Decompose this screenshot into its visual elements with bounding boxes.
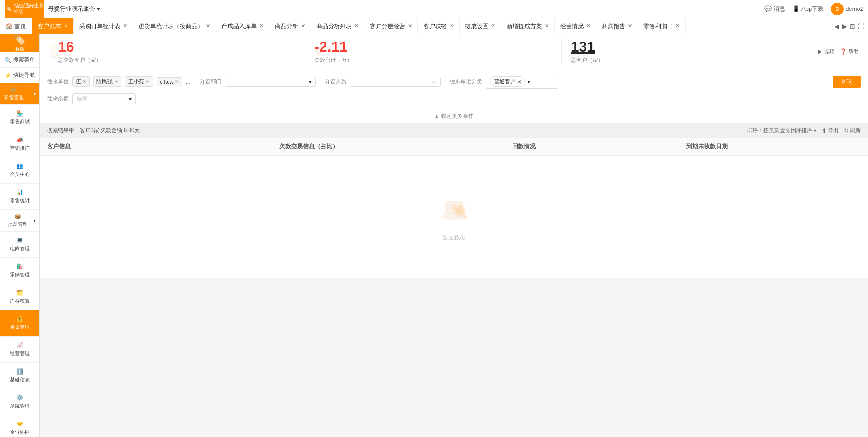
- more-options-icon[interactable]: ···: [432, 79, 436, 85]
- category-tag-normal[interactable]: 普通客户 ✕: [490, 76, 526, 87]
- table-header: 客户信息 欠款交易信息（占比） 回款情况 到期未收款日期: [40, 138, 868, 156]
- result-bar: 搜索结果中，客户0家 欠款金额 0.00元 排序：按欠款金额倒序排序 ▾ ⬆ 导…: [40, 123, 868, 138]
- svg-point-5: [452, 207, 454, 209]
- basic-info-icon: ℹ️: [16, 368, 23, 375]
- tab-commission-settings[interactable]: 提成设置 ✕: [460, 18, 501, 34]
- export-btn[interactable]: ⬆ 导出: [822, 127, 839, 134]
- message-icon: 💬: [764, 5, 772, 12]
- result-actions: 排序：按欠款金额倒序排序 ▾ ⬆ 导出 ↻ 刷新: [747, 127, 861, 134]
- sidebar-item-marketing[interactable]: 📣 营销推广: [0, 131, 39, 157]
- collapse-filter-btn[interactable]: ▲ 收起更多条件: [47, 109, 861, 123]
- sort-label: 排序：按欠款金额倒序排序 ▾: [747, 127, 816, 134]
- tab-home[interactable]: 🏠 首页: [0, 18, 32, 34]
- app-download-btn[interactable]: 📱 App下载: [792, 5, 824, 13]
- tab-customer-ledger[interactable]: 客户账本 ✕: [32, 18, 74, 34]
- col-customer-info: 客户信息: [47, 142, 279, 151]
- sidebar-item-member[interactable]: 👥 会员中心: [0, 157, 39, 184]
- sidebar-item-batch-mgmt[interactable]: 📦 批发管理 ▾: [0, 210, 39, 232]
- sidebar-item-retail-mall[interactable]: 🏪 零售商城: [0, 105, 39, 131]
- chevron-down-icon: ▾: [528, 79, 530, 85]
- store-selector[interactable]: 母婴行业演示账套 ▾: [48, 5, 100, 13]
- close-icon[interactable]: ✕: [676, 23, 680, 29]
- next-tab-btn[interactable]: ▶: [842, 23, 847, 30]
- quick-nav-btn[interactable]: ⚡ 快捷导航: [0, 68, 39, 83]
- query-button[interactable]: 查询: [833, 76, 861, 88]
- close-icon[interactable]: ✕: [206, 23, 210, 29]
- sidebar-item-sys-mgmt[interactable]: ⚙️ 系统管理: [0, 389, 39, 415]
- sidebar-item-retail-stats[interactable]: 📊 零售统计: [0, 184, 39, 210]
- close-icon[interactable]: ✕: [545, 23, 549, 29]
- remove-tag-wang[interactable]: ✕: [146, 79, 150, 85]
- main-layout: 🏷️ 标版 🔍 搜索菜单 ⚡ 快捷导航 🛒 零售管理 ▾ 🏪 零售商城 📣 营销…: [0, 34, 868, 437]
- tab-customer-layer[interactable]: 客户分层经营 ✕: [364, 18, 418, 34]
- sidebar-item-ecommerce[interactable]: 💻 电商管理: [0, 232, 39, 258]
- close-icon[interactable]: ✕: [491, 23, 495, 29]
- prev-tab-btn[interactable]: ◀: [834, 23, 839, 30]
- tab-retail-profit[interactable]: 零售利润（ ✕: [638, 18, 686, 34]
- balance-select[interactable]: 选择... ▾: [72, 93, 136, 104]
- close-icon[interactable]: ✕: [408, 23, 412, 29]
- empty-state: 暂无数据: [40, 156, 868, 278]
- message-btn[interactable]: 💬 消息: [764, 5, 785, 13]
- category-select[interactable]: 普通客户 ✕ ▾: [486, 75, 558, 89]
- refresh-btn[interactable]: ↻ 刷新: [844, 127, 861, 134]
- filter-tag-cjttcw[interactable]: cjttcw ✕: [157, 77, 182, 86]
- help-icon: ❓: [840, 48, 847, 55]
- tab-inventory-stats[interactable]: 进货单统计表（按商品） ✕: [133, 18, 216, 34]
- tab-customer-contact[interactable]: 客户联络 ✕: [418, 18, 460, 34]
- logo-text: 畅捷通好生意: [14, 3, 44, 9]
- filter-tag-chen[interactable]: 陈民强 ✕: [93, 76, 121, 87]
- avatar: D: [831, 3, 844, 15]
- arrow-icon: ▾: [34, 218, 36, 223]
- content-area: 💴 16 总欠款客户（家） ✦ -2.11 欠款合计（万） 🏢 131 总客户（…: [40, 34, 868, 437]
- stat-block-customers: 💴 16 总欠款客户（家）: [49, 39, 305, 64]
- maximize-tab-btn[interactable]: ⛶: [858, 23, 864, 30]
- top-header-left: 🏷️ 畅捷通好生意 标版 母婴行业演示账套 ▾: [5, 0, 100, 18]
- sort-chevron-icon[interactable]: ▾: [814, 128, 816, 134]
- export-icon: ⬆: [822, 128, 826, 134]
- close-icon[interactable]: ✕: [259, 23, 264, 29]
- filter-area: 往来单位 伍 ✕ 陈民强 ✕ 王小亮 ✕ cjttcw ✕ ...: [40, 69, 868, 123]
- tab-add-commission[interactable]: 新增提成方案 ✕: [501, 18, 555, 34]
- close-icon[interactable]: ✕: [123, 23, 127, 29]
- close-icon[interactable]: ✕: [586, 23, 590, 29]
- help-btn[interactable]: ❓ 帮助: [840, 48, 859, 56]
- remove-tag-wu[interactable]: ✕: [82, 79, 86, 85]
- close-icon[interactable]: ✕: [450, 23, 454, 29]
- filter-tag-wang[interactable]: 王小亮 ✕: [125, 76, 153, 87]
- sidebar-item-inventory[interactable]: 🗂️ 库存核算: [0, 284, 39, 310]
- sidebar-item-basic-info[interactable]: ℹ️ 基础信息: [0, 363, 39, 389]
- search-icon: 🔍: [5, 57, 11, 63]
- sidebar-item-finance[interactable]: 💰 资金管理: [0, 310, 39, 337]
- search-menu-btn[interactable]: 🔍 搜索菜单: [0, 52, 39, 68]
- more-tags-btn[interactable]: ...: [186, 78, 191, 85]
- tab-profit-report[interactable]: 利润报告 ✕: [596, 18, 638, 34]
- restore-tab-btn[interactable]: ⊡: [850, 23, 855, 30]
- user-avatar[interactable]: D demo2: [831, 3, 863, 15]
- tab-purchase-stats[interactable]: 采购订单统计表 ✕: [74, 18, 133, 34]
- sidebar-item-retail-mgmt[interactable]: 🛒 零售管理 ▾: [0, 83, 39, 105]
- close-icon[interactable]: ✕: [64, 23, 68, 29]
- video-btn[interactable]: ▶ 视频: [818, 48, 834, 56]
- col-repayment: 回款情况: [512, 142, 686, 151]
- tab-goods-analysis[interactable]: 商品分析 ✕: [269, 18, 311, 34]
- category-filter-label: 往来单位分类: [450, 78, 482, 86]
- tab-operations[interactable]: 经营情况 ✕: [555, 18, 596, 34]
- close-icon[interactable]: ✕: [628, 23, 632, 29]
- tab-goods-analysis-list[interactable]: 商品分析列表 ✕: [311, 18, 364, 34]
- close-icon[interactable]: ✕: [301, 23, 305, 29]
- tab-product-instock[interactable]: 产成品入库单 ✕: [216, 18, 269, 34]
- person-select[interactable]: ···: [350, 77, 441, 87]
- remove-category-tag[interactable]: ✕: [517, 79, 522, 85]
- nav-tabs: 🏠 首页 客户账本 ✕ 采购订单统计表 ✕ 进货单统计表（按商品） ✕ 产成品入…: [0, 18, 868, 34]
- top-header: 🏷️ 畅捷通好生意 标版 母婴行业演示账套 ▾ 💬 消息 📱 App下载 D d…: [0, 0, 868, 18]
- sidebar-item-operations[interactable]: 📈 经营管理: [0, 337, 39, 363]
- sidebar-item-purchase[interactable]: 🛍️ 采购管理: [0, 258, 39, 284]
- remove-tag-cjttcw[interactable]: ✕: [175, 79, 179, 85]
- dept-select[interactable]: ▾: [225, 77, 316, 87]
- store-name: 母婴行业演示账套: [48, 5, 95, 13]
- remove-tag-chen[interactable]: ✕: [114, 79, 118, 85]
- sidebar-item-corp-agreement[interactable]: 🤝 企业协同: [0, 415, 39, 437]
- close-icon[interactable]: ✕: [355, 23, 359, 29]
- filter-tag-wu[interactable]: 伍 ✕: [72, 76, 90, 87]
